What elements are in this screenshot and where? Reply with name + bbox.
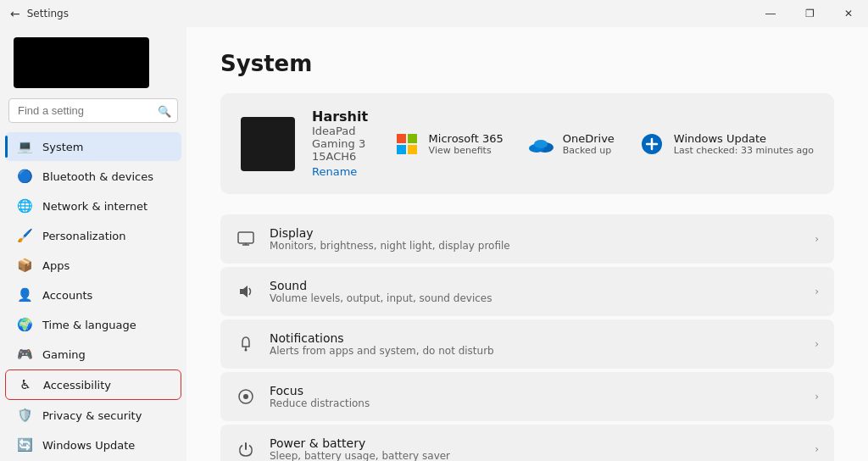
service-item-windowsupdate[interactable]: Windows Update Last checked: 33 minutes …	[638, 131, 814, 158]
focus-sub: Reduce distractions	[270, 397, 801, 409]
onedrive-name: OneDrive	[563, 132, 615, 145]
sidebar-label-privacy: Privacy & security	[42, 409, 142, 422]
svg-rect-3	[408, 145, 417, 154]
notifications-icon	[236, 334, 256, 354]
privacy-icon: 🛡️	[17, 408, 32, 423]
title-bar-controls: — ❐ ✕	[751, 0, 868, 27]
accessibility-icon: ♿	[18, 377, 33, 392]
svg-rect-1	[408, 134, 417, 143]
display-text: Display Monitors, brightness, night ligh…	[270, 226, 801, 252]
svg-point-6	[534, 140, 548, 148]
main-content: System Harshit IdeaPad Gaming 3 15ACH6 R…	[186, 27, 868, 461]
power-sub: Sleep, battery usage, battery saver	[270, 450, 801, 461]
svg-rect-2	[397, 145, 406, 154]
profile-device: IdeaPad Gaming 3 15ACH6	[312, 125, 376, 163]
sidebar-avatar	[14, 37, 149, 88]
sidebar-item-time[interactable]: 🌍 Time & language	[5, 310, 181, 339]
nav-list: 💻 System 🔵 Bluetooth & devices 🌐 Network…	[0, 131, 186, 460]
sidebar-item-gaming[interactable]: 🎮 Gaming	[5, 340, 181, 369]
notifications-text: Notifications Alerts from apps and syste…	[270, 331, 801, 357]
sidebar-item-network[interactable]: 🌐 Network & internet	[5, 192, 181, 220]
power-chevron: ›	[815, 443, 819, 455]
sidebar-label-windows-update: Windows Update	[42, 439, 135, 452]
profile-services: Microsoft 365 View benefits OneDrive Bac…	[393, 131, 814, 158]
sidebar-item-accessibility[interactable]: ♿ Accessibility	[5, 369, 181, 400]
title-bar: ← Settings — ❐ ✕	[0, 0, 868, 27]
time-icon: 🌍	[17, 317, 32, 332]
svg-point-15	[243, 394, 248, 399]
settings-list: Display Monitors, brightness, night ligh…	[220, 214, 834, 461]
sidebar-label-accessibility: Accessibility	[43, 379, 111, 392]
power-title: Power & battery	[270, 436, 801, 450]
sidebar: 🔍 💻 System 🔵 Bluetooth & devices 🌐 Netwo…	[0, 27, 186, 461]
sidebar-label-network: Network & internet	[42, 200, 147, 213]
display-title: Display	[270, 226, 801, 240]
notifications-title: Notifications	[270, 331, 801, 345]
svg-rect-8	[238, 232, 253, 243]
back-button[interactable]: ←	[10, 7, 20, 20]
display-icon	[236, 229, 256, 249]
onedrive-text: OneDrive Backed up	[563, 132, 615, 156]
apps-icon: 📦	[17, 258, 32, 273]
microsoft365-sub: View benefits	[429, 145, 504, 156]
close-button[interactable]: ✕	[829, 0, 868, 27]
setting-row-sound[interactable]: Sound Volume levels, output, input, soun…	[220, 267, 834, 316]
windows-update-icon: 🔄	[17, 437, 32, 453]
system-icon: 💻	[17, 139, 32, 154]
onedrive-icon	[527, 131, 554, 158]
sound-icon	[236, 281, 256, 302]
sidebar-item-system[interactable]: 💻 System	[5, 132, 181, 161]
display-sub: Monitors, brightness, night light, displ…	[270, 240, 801, 252]
search-icon: 🔍	[158, 104, 171, 117]
sidebar-item-accounts[interactable]: 👤 Accounts	[5, 280, 181, 309]
svg-point-13	[245, 349, 248, 352]
page-title: System	[220, 51, 834, 76]
sidebar-item-privacy[interactable]: 🛡️ Privacy & security	[5, 401, 181, 430]
sound-chevron: ›	[815, 286, 819, 297]
search-box: 🔍	[8, 98, 178, 123]
sidebar-item-apps[interactable]: 📦 Apps	[5, 251, 181, 280]
service-item-microsoft365[interactable]: Microsoft 365 View benefits	[393, 131, 504, 158]
svg-rect-0	[397, 134, 406, 143]
power-icon	[236, 439, 256, 459]
app-layout: 🔍 💻 System 🔵 Bluetooth & devices 🌐 Netwo…	[0, 27, 868, 461]
windowsupdate-sub: Last checked: 33 minutes ago	[674, 145, 814, 156]
network-icon: 🌐	[17, 198, 32, 214]
microsoft365-icon	[393, 131, 420, 158]
sidebar-label-system: System	[42, 141, 83, 153]
sound-title: Sound	[270, 279, 801, 292]
accounts-icon: 👤	[17, 287, 32, 303]
power-text: Power & battery Sleep, battery usage, ba…	[270, 436, 801, 461]
profile-rename-link[interactable]: Rename	[312, 165, 357, 178]
minimize-button[interactable]: —	[751, 0, 790, 27]
sidebar-label-apps: Apps	[42, 259, 70, 272]
title-bar-title: Settings	[27, 8, 69, 19]
sidebar-item-personalization[interactable]: 🖌️ Personalization	[5, 221, 181, 250]
search-input[interactable]	[8, 98, 178, 123]
setting-row-notifications[interactable]: Notifications Alerts from apps and syste…	[220, 319, 834, 369]
sidebar-label-personalization: Personalization	[42, 230, 126, 242]
windowsupdate-name: Windows Update	[674, 132, 814, 145]
focus-text: Focus Reduce distractions	[270, 384, 801, 409]
microsoft365-name: Microsoft 365	[429, 132, 504, 145]
service-item-onedrive[interactable]: OneDrive Backed up	[527, 131, 615, 158]
sidebar-label-gaming: Gaming	[42, 348, 86, 361]
svg-marker-11	[240, 286, 248, 297]
sidebar-label-accounts: Accounts	[42, 289, 92, 302]
setting-row-power[interactable]: Power & battery Sleep, battery usage, ba…	[220, 425, 834, 461]
windowsupdate-icon	[638, 131, 665, 158]
notifications-chevron: ›	[815, 338, 819, 350]
sidebar-item-bluetooth[interactable]: 🔵 Bluetooth & devices	[5, 162, 181, 191]
bluetooth-icon: 🔵	[17, 169, 32, 184]
restore-button[interactable]: ❐	[790, 0, 829, 27]
profile-avatar	[241, 117, 295, 171]
setting-row-display[interactable]: Display Monitors, brightness, night ligh…	[220, 214, 834, 264]
sidebar-item-windows-update[interactable]: 🔄 Windows Update	[5, 430, 181, 459]
profile-card: Harshit IdeaPad Gaming 3 15ACH6 Rename M…	[220, 93, 834, 194]
notifications-sub: Alerts from apps and system, do not dist…	[270, 345, 801, 357]
sidebar-label-bluetooth: Bluetooth & devices	[42, 170, 153, 183]
gaming-icon: 🎮	[17, 347, 32, 362]
focus-title: Focus	[270, 384, 801, 397]
setting-row-focus[interactable]: Focus Reduce distractions ›	[220, 372, 834, 421]
microsoft365-text: Microsoft 365 View benefits	[429, 132, 504, 156]
